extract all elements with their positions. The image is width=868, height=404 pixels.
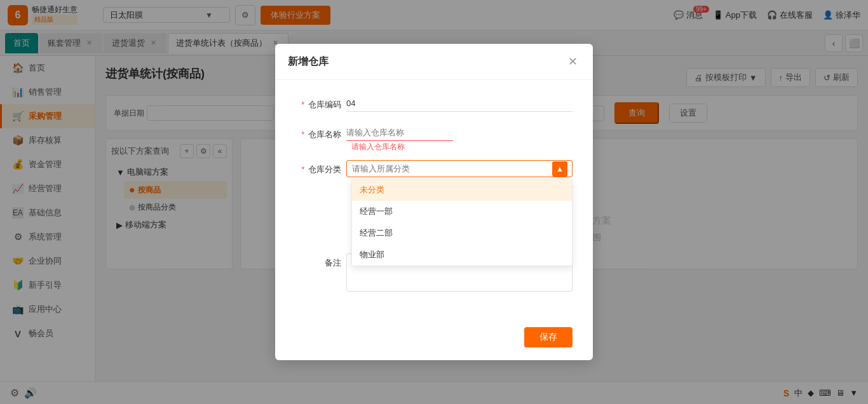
save-btn[interactable]: 保存 (524, 327, 573, 347)
dialog-footer: 保存 (275, 320, 593, 360)
dropdown-item-dept1[interactable]: 经营一部 (352, 201, 572, 222)
dropdown-item-dept2[interactable]: 经营二部 (352, 222, 572, 244)
dialog-close-btn[interactable]: ✕ (565, 54, 580, 69)
code-input[interactable] (346, 95, 573, 112)
category-field-row: * 仓库分类 ▲ 未分类 经营一部 经营二部 物业部 (295, 160, 573, 177)
overlay: 新增仓库 ✕ * 仓库编码 * 仓库名称 (0, 0, 868, 404)
name-label: * 仓库名称 (295, 125, 346, 140)
code-label: * 仓库编码 (295, 95, 346, 111)
category-select-wrap: ▲ (346, 160, 573, 177)
category-dropdown-btn[interactable]: ▲ (552, 161, 567, 177)
dropdown-item-unclassified[interactable]: 未分类 (352, 179, 572, 201)
name-input[interactable] (346, 125, 453, 141)
category-label: * 仓库分类 (295, 160, 346, 175)
category-input[interactable] (346, 160, 573, 177)
category-required-star: * (301, 165, 304, 174)
code-required-star: * (301, 100, 304, 109)
dialog-header: 新增仓库 ✕ (275, 44, 593, 80)
dropdown-item-property[interactable]: 物业部 (352, 244, 572, 266)
remark-label: 备注 (295, 253, 346, 269)
dialog-body: * 仓库编码 * 仓库名称 请输入仓库名称 * (275, 80, 593, 320)
new-warehouse-dialog: 新增仓库 ✕ * 仓库编码 * 仓库名称 (275, 44, 593, 360)
name-field-row: * 仓库名称 请输入仓库名称 (295, 125, 573, 141)
name-required-star: * (301, 130, 304, 139)
name-error-msg: 请输入仓库名称 (351, 142, 405, 152)
category-dropdown-list: 未分类 经营一部 经营二部 物业部 (351, 178, 573, 266)
code-field-row: * 仓库编码 (295, 95, 573, 112)
dialog-title: 新增仓库 (288, 55, 329, 69)
